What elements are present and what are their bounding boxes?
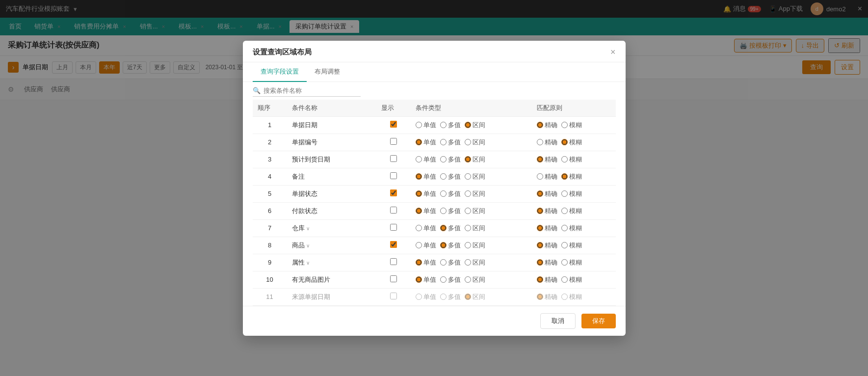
modal-close-button[interactable]: × xyxy=(610,48,616,56)
th-name: 条件名称 xyxy=(287,100,377,101)
table-header-row: 顺序 条件名称 显示 条件类型 匹配原则 xyxy=(253,100,616,101)
th-type: 条件类型 xyxy=(411,100,532,101)
modal-tab-field-settings[interactable]: 查询字段设置 xyxy=(253,62,307,82)
modal-search-area: 🔍 xyxy=(243,82,626,100)
modal-header: 设置查询区域布局 × xyxy=(243,41,626,62)
modal-overlay: 设置查询区域布局 × 查询字段设置 布局调整 🔍 顺序 条件名称 显示 xyxy=(0,0,868,100)
modal-tabs: 查询字段设置 布局调整 xyxy=(243,62,626,82)
search-input[interactable] xyxy=(263,87,352,94)
modal-title: 设置查询区域布局 xyxy=(253,48,312,57)
search-box: 🔍 xyxy=(253,87,361,97)
modal-conditions-table: 顺序 条件名称 显示 条件类型 匹配原则 1单据日期单值多值区间精确模糊2单据编… xyxy=(243,100,626,101)
th-order: 顺序 xyxy=(253,100,287,101)
search-icon: 🔍 xyxy=(253,87,261,94)
th-display: 显示 xyxy=(376,100,411,101)
th-match: 匹配原则 xyxy=(532,100,616,101)
modal-dialog: 设置查询区域布局 × 查询字段设置 布局调整 🔍 顺序 条件名称 显示 xyxy=(243,41,626,101)
modal-tab-layout-adjust[interactable]: 布局调整 xyxy=(307,62,348,82)
